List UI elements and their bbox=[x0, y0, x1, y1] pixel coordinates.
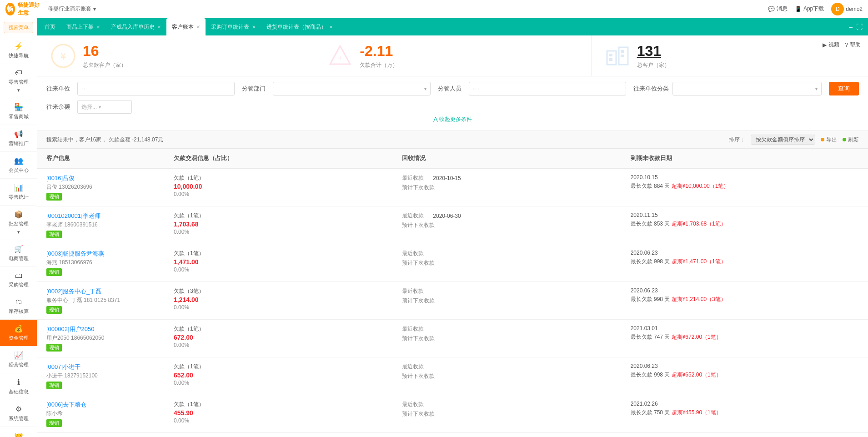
sort-select[interactable]: 按欠款金额倒序排序 bbox=[751, 135, 815, 145]
refresh-btn[interactable]: 刷新 bbox=[843, 136, 859, 144]
recovery-cell: 最近收款 预计下次收款 bbox=[402, 250, 630, 267]
debt-pct: 0.00% bbox=[174, 342, 402, 348]
overdue-amount[interactable]: 超期¥652.00（1笔） bbox=[672, 372, 722, 378]
overdue-amount[interactable]: 超期¥1,214.00（3笔） bbox=[672, 296, 726, 302]
tab-customer-account-close[interactable]: ✕ bbox=[196, 25, 200, 30]
tab-production-history-close[interactable]: ✕ bbox=[157, 25, 161, 30]
sidebar-item-purchase-mgmt[interactable]: 🗃 采购管理 bbox=[0, 267, 37, 293]
sidebar-item-quick-nav[interactable]: ⚡ 快捷导航 bbox=[0, 37, 37, 64]
overdue-amount[interactable]: 超期¥1,703.68（1笔） bbox=[672, 221, 726, 227]
balance-select[interactable]: 选择... ▾ bbox=[77, 100, 132, 114]
debt-amount[interactable]: 10,000.00 bbox=[174, 183, 402, 190]
tab-production-history[interactable]: 产成品入库单历史 ✕ bbox=[105, 18, 166, 35]
tab-customer-account[interactable]: 客户账本 ✕ bbox=[166, 18, 206, 35]
export-label: 导出 bbox=[826, 136, 837, 144]
sidebar-item-enterprise-collab[interactable]: 🤝 企业协同 bbox=[0, 427, 37, 437]
collapse-row[interactable]: ⋀ 收起更多条件 bbox=[46, 114, 859, 125]
debt-amount[interactable]: 1,471.00 bbox=[174, 258, 402, 266]
latest-collection-label: 最近收款 bbox=[402, 401, 424, 408]
debt-amount[interactable]: 1,703.68 bbox=[174, 221, 402, 228]
top-right: 💬 消息 📱 App下载 D demo2 bbox=[768, 3, 863, 15]
sidebar-item-finance[interactable]: 💰 资金管理 bbox=[0, 320, 37, 347]
header-recovery: 回收情况 bbox=[402, 152, 630, 164]
sidebar-item-basic-info[interactable]: ℹ 基础信息 bbox=[0, 373, 37, 400]
debt-count: 欠款（1笔） bbox=[174, 401, 402, 408]
retail-stats-icon: 📊 bbox=[14, 183, 23, 192]
customer-name[interactable]: [0007]小进干 bbox=[46, 363, 174, 371]
tab-expand-btn[interactable]: ⛶ bbox=[856, 23, 863, 30]
debt-amount[interactable]: 672.00 bbox=[174, 334, 402, 341]
tab-product-offshelf[interactable]: 商品上下架 ✕ bbox=[61, 18, 105, 35]
search-menu-btn[interactable]: 搜索菜单 bbox=[4, 22, 33, 33]
customer-name[interactable]: [0006]去下粮仓 bbox=[46, 401, 174, 409]
debt-amount[interactable]: 1,214.00 bbox=[174, 296, 402, 303]
header-due-date: 到期未收款日期 bbox=[631, 152, 859, 164]
debt-amount[interactable]: 652.00 bbox=[174, 372, 402, 379]
stat-card-total-customers: 131 总客户（家） ▶ 视频 ? 帮助 bbox=[592, 35, 868, 76]
tab-purchase-order-stat[interactable]: 采购订单统计表 ✕ bbox=[206, 18, 261, 35]
table-row: [0016]吕俊 吕俊 13026203696 现销 欠款（1笔） 10,000… bbox=[37, 169, 868, 206]
search-btn[interactable]: 查询 bbox=[829, 82, 859, 95]
customer-name[interactable]: [0002]服务中心_丁磊 bbox=[46, 287, 174, 296]
marketing-icon: 📢 bbox=[14, 130, 23, 138]
user-menu[interactable]: D demo2 bbox=[831, 3, 863, 15]
overdue-days: 最长欠款 853 天 bbox=[631, 221, 672, 227]
customer-tag: 现销 bbox=[46, 419, 62, 427]
customer-name[interactable]: [0003]畅捷服务尹海燕 bbox=[46, 250, 174, 258]
sidebar-item-retail-mgmt[interactable]: 🏷 零售管理 ▾ bbox=[0, 64, 37, 98]
overdue-amount[interactable]: 超期¥1,471.00（1笔） bbox=[672, 258, 726, 265]
customer-info-cell: [0007]小进干 小进干 18279152100 现销 bbox=[46, 363, 174, 389]
sidebar-item-ecommerce[interactable]: 🛒 电商管理 bbox=[0, 240, 37, 267]
debt-pct: 0.00% bbox=[174, 304, 402, 311]
help-btn[interactable]: ? 帮助 bbox=[845, 41, 861, 49]
retail-mgmt-icon: 🏷 bbox=[15, 69, 22, 77]
ecommerce-label: 电商管理 bbox=[9, 255, 29, 262]
stat-icon-debt: ¥ bbox=[51, 44, 75, 68]
sidebar-item-operations[interactable]: 📈 经营管理 bbox=[0, 347, 37, 373]
tab-purchase-order-stat-close[interactable]: ✕ bbox=[252, 25, 256, 30]
overdue-amount[interactable]: 超期¥455.90（1笔） bbox=[672, 409, 722, 416]
tab-home[interactable]: 首页 bbox=[39, 18, 61, 35]
tenant-name: 母婴行业演示账套 bbox=[48, 5, 91, 13]
sidebar-item-members[interactable]: 👥 会员中心 bbox=[0, 152, 37, 179]
overdue-amount[interactable]: 超期¥10,000.00（1笔） bbox=[672, 183, 729, 189]
overdue-amount[interactable]: 超期¥672.00（1笔） bbox=[672, 334, 722, 340]
debt-info-cell: 欠款（1笔） 455.90 0.00% bbox=[174, 401, 402, 424]
stat-icon-debt-total: + bbox=[328, 44, 352, 68]
message-btn[interactable]: 💬 消息 bbox=[768, 5, 788, 13]
retail-mgmt-arrow-icon: ▾ bbox=[17, 87, 20, 93]
filter-row-2: 往来余额 选择... ▾ bbox=[46, 100, 859, 114]
app-download-label: App下载 bbox=[803, 5, 824, 13]
source-unit-input[interactable]: ··· bbox=[77, 82, 235, 95]
customer-name[interactable]: [000002]用户2050 bbox=[46, 325, 174, 333]
sidebar-item-system-mgmt[interactable]: ⚙ 系统管理 bbox=[0, 400, 37, 427]
sidebar-item-retail-stats[interactable]: 📊 零售统计 bbox=[0, 179, 37, 206]
tenant-arrow-icon: ▾ bbox=[93, 6, 96, 12]
sidebar-item-batch-mgmt[interactable]: 📦 批发管理 ▾ bbox=[0, 206, 37, 240]
message-icon: 💬 bbox=[768, 6, 775, 12]
avatar: D bbox=[831, 3, 844, 15]
video-btn[interactable]: ▶ 视频 bbox=[823, 41, 839, 49]
customer-name[interactable]: [0001020001]李老师 bbox=[46, 212, 174, 220]
sidebar-item-retail-mall[interactable]: 🏪 零售商城 bbox=[0, 98, 37, 125]
app-download-btn[interactable]: 📱 App下载 bbox=[795, 5, 824, 13]
svg-rect-4 bbox=[607, 51, 616, 65]
customer-name[interactable]: [0016]吕俊 bbox=[46, 174, 174, 182]
export-btn[interactable]: 导出 bbox=[821, 136, 837, 144]
manager-input[interactable]: ··· bbox=[469, 82, 626, 95]
tab-product-offshelf-close[interactable]: ✕ bbox=[96, 25, 100, 30]
sidebar-item-inventory[interactable]: 🗂 库存核算 bbox=[0, 293, 37, 320]
debt-count: 欠款（1笔） bbox=[174, 250, 402, 257]
tab-purchase-stat-by-product-close[interactable]: ✕ bbox=[329, 25, 333, 30]
debt-info-cell: 欠款（1笔） 672.00 0.00% bbox=[174, 325, 402, 348]
unit-category-select[interactable]: ▾ bbox=[672, 82, 822, 95]
sidebar-item-marketing[interactable]: 📢 营销推广 bbox=[0, 125, 37, 152]
tenant-selector[interactable]: 母婴行业演示账套 ▾ bbox=[42, 5, 101, 13]
due-date: 2020.06.23 bbox=[631, 250, 859, 256]
tab-collapse-btn[interactable]: – bbox=[849, 23, 853, 30]
tab-purchase-stat-by-product[interactable]: 进货单统计表（按商品） ✕ bbox=[261, 18, 338, 35]
due-date-cell: 2020.06.23 最长欠款 998 天 超期¥652.00（1笔） bbox=[631, 363, 859, 379]
debt-amount[interactable]: 455.90 bbox=[174, 409, 402, 417]
dept-select[interactable]: ▾ bbox=[273, 82, 430, 95]
overdue-days: 最长欠款 998 天 bbox=[631, 372, 672, 378]
